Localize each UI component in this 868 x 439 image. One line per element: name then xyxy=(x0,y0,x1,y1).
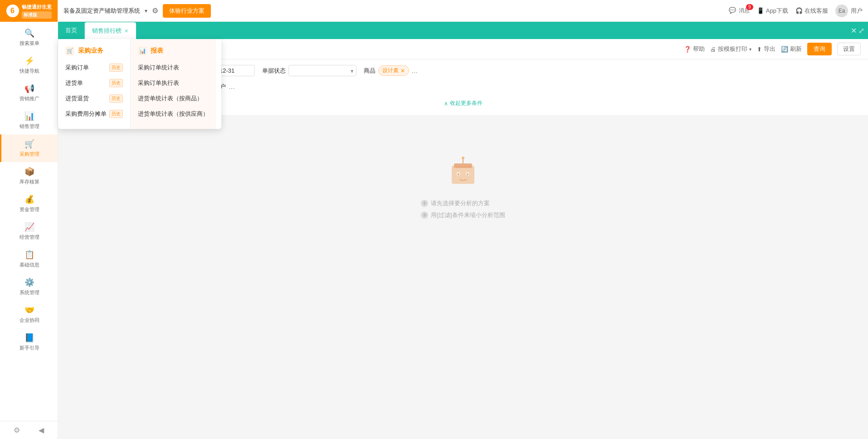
tab-home-label: 首页 xyxy=(65,26,77,35)
app-download-label: App下载 xyxy=(766,7,788,15)
help-button[interactable]: ❓ 帮助 xyxy=(684,45,705,53)
sidebar-item-quicknav[interactable]: ⚡ 快捷导航 xyxy=(0,51,58,79)
empty-state: ① 请先选择要分析的方案 ② 用[过滤]条件来缩小分析范围 xyxy=(58,116,868,257)
sidebar-item-marketing[interactable]: 📢 营销推广 xyxy=(0,79,58,107)
sidebar-item-sales[interactable]: 📊 销售管理 xyxy=(0,107,58,134)
sidebar-item-label: 基础信息 xyxy=(20,261,39,268)
dropdown-item-purchase-order-stats[interactable]: 采购订单统计表 xyxy=(131,60,216,75)
dropdown-item-label: 进货单 xyxy=(65,79,83,87)
tab-close-all-button[interactable]: ✕ xyxy=(851,26,857,35)
tab-sales-rank[interactable]: 销售排行榜 ✕ xyxy=(85,22,136,39)
system-dropdown-button[interactable]: ▾ xyxy=(145,8,147,14)
sidebar-item-basic[interactable]: 📋 基础信息 xyxy=(0,245,58,273)
export-button[interactable]: ⬆ 导出 xyxy=(757,45,775,53)
marketing-icon: 📢 xyxy=(24,84,34,94)
dropdown-item-label: 采购费用分摊单 xyxy=(65,110,107,118)
tab-fullscreen-button[interactable]: ⤢ xyxy=(858,26,864,35)
sales-icon: 📊 xyxy=(24,111,34,121)
sidebar-item-operations[interactable]: 📈 经营管理 xyxy=(0,217,58,245)
tip-num-2: ② xyxy=(421,212,428,219)
empty-illustration xyxy=(440,152,486,188)
guide-icon: 📘 xyxy=(24,333,34,343)
logo-text: 畅捷通好生意 xyxy=(22,4,52,10)
sidebar-item-label: 企业协同 xyxy=(20,317,39,324)
collapse-label: 收起更多条件 xyxy=(450,99,483,107)
search-icon: 🔍 xyxy=(24,28,34,38)
sidebar-item-label: 营销推广 xyxy=(20,95,39,102)
customer-filter-dots[interactable]: ... xyxy=(229,83,234,91)
sidebar-footer: ⚙ ◀ xyxy=(0,421,58,439)
sidebar-item-purchase[interactable]: 🛒 采购管理 xyxy=(0,134,58,162)
voucher-status-select-wrapper: ▾ xyxy=(288,65,356,76)
exp-industry-button[interactable]: 体验行业方案 xyxy=(163,4,211,18)
tip-text-1: 请先选择要分析的方案 xyxy=(431,197,490,209)
tip-text-2: 用[过滤]条件来缩小分析范围 xyxy=(431,209,505,221)
sidebar-item-enterprise[interactable]: 🤝 企业协同 xyxy=(0,301,58,328)
voucher-status-group: 单据状态 ▾ xyxy=(262,65,356,76)
tab-close-icon[interactable]: ✕ xyxy=(124,28,128,34)
message-button[interactable]: 💬 9 消息 xyxy=(729,7,750,15)
purchase-icon: 🛒 xyxy=(24,139,34,149)
svg-rect-0 xyxy=(452,166,474,184)
sidebar: 6 畅捷通好生意 标准版 🔍 搜索菜单 ⚡ 快捷导航 📢 营销推广 📊 销售管理… xyxy=(0,0,58,439)
sidebar-nav: 🔍 搜索菜单 ⚡ 快捷导航 📢 营销推广 📊 销售管理 🛒 采购管理 📦 库存核… xyxy=(0,22,58,421)
help-label: 帮助 xyxy=(693,45,705,53)
tab-home[interactable]: 首页 xyxy=(58,22,85,39)
tab-actions: ✕ ⤢ xyxy=(851,26,868,35)
system-title: 装备及固定资产辅助管理系统 xyxy=(63,7,140,15)
purchase-col-title: 采购业务 xyxy=(78,47,103,55)
sidebar-logo: 6 畅捷通好生意 标准版 xyxy=(0,0,58,22)
dropdown-item-purchase-order[interactable]: 采购订单 历史 xyxy=(58,60,130,75)
sidebar-item-search[interactable]: 🔍 搜索菜单 xyxy=(0,24,58,51)
sidebar-item-guide[interactable]: 📘 新手引导 xyxy=(0,328,58,356)
history-badge: 历史 xyxy=(109,94,123,103)
sidebar-item-label: 库存核算 xyxy=(20,178,39,185)
product-tag[interactable]: 设计素 ✕ xyxy=(378,65,409,76)
svg-point-7 xyxy=(462,157,464,159)
sidebar-collapse-button[interactable]: ◀ xyxy=(39,426,44,434)
dropdown-col-purchase-header: 🛒 采购业务 xyxy=(58,46,130,60)
app-download-button[interactable]: 📱 App下载 xyxy=(757,7,788,15)
sidebar-item-label: 快捷导航 xyxy=(20,68,39,74)
export-label: 导出 xyxy=(764,45,775,53)
sidebar-item-label: 新手引导 xyxy=(20,345,39,351)
print-button[interactable]: 🖨 按模板打印 ▾ xyxy=(710,45,751,53)
query-button[interactable]: 查询 xyxy=(807,43,832,55)
refresh-button[interactable]: 🔄 刷新 xyxy=(781,45,802,53)
online-service-label: 在线客服 xyxy=(805,7,828,15)
topbar-right: 💬 9 消息 📱 App下载 🎧 在线客服 Ea 用户 xyxy=(729,5,863,17)
product-tag-close-icon[interactable]: ✕ xyxy=(400,68,405,74)
settings-button[interactable]: 设置 xyxy=(837,43,861,55)
sidebar-item-label: 采购管理 xyxy=(20,151,39,158)
dropdown-item-goods-stats-supplier[interactable]: 进货单统计表（按供应商） xyxy=(131,106,216,122)
report-col-title: 报表 xyxy=(151,47,163,55)
dropdown-item-goods-return[interactable]: 进货退货 历史 xyxy=(58,91,130,106)
dropdown-col-purchase: 🛒 采购业务 采购订单 历史 进货单 历史 进货退货 历史 采购费用分摊单 历史 xyxy=(58,39,131,129)
dropdown-item-label: 进货退货 xyxy=(65,94,89,103)
product-filter-dots[interactable]: ... xyxy=(412,67,418,75)
sidebar-item-inventory[interactable]: 📦 库存核算 xyxy=(0,162,58,190)
phone-icon: 📱 xyxy=(757,7,764,14)
headset-icon: 🎧 xyxy=(795,7,803,14)
dropdown-item-purchase-expense[interactable]: 采购费用分摊单 历史 xyxy=(58,106,130,122)
tip-num-1: ① xyxy=(421,200,428,207)
dropdown-item-goods-stats-product[interactable]: 进货单统计表（按商品） xyxy=(131,91,216,106)
settings-gear-button[interactable]: ⚙ xyxy=(152,6,158,15)
inventory-icon: 📦 xyxy=(24,167,34,177)
dropdown-item-goods-receipt[interactable]: 进货单 历史 xyxy=(58,75,130,91)
online-service-button[interactable]: 🎧 在线客服 xyxy=(795,7,828,15)
sidebar-item-finance[interactable]: 💰 资金管理 xyxy=(0,190,58,217)
history-badge: 历史 xyxy=(109,79,123,87)
avatar-initial: Ea xyxy=(839,8,845,14)
sidebar-settings-button[interactable]: ⚙ xyxy=(14,426,20,434)
voucher-status-select[interactable] xyxy=(288,65,356,76)
collapse-arrow-icon: ∧ xyxy=(444,100,448,107)
dropdown-item-purchase-order-exec[interactable]: 采购订单执行表 xyxy=(131,75,216,91)
finance-icon: 💰 xyxy=(24,194,34,204)
message-badge: 9 xyxy=(746,4,753,10)
empty-tips: ① 请先选择要分析的方案 ② 用[过滤]条件来缩小分析范围 xyxy=(421,197,505,221)
sidebar-item-system[interactable]: ⚙️ 系统管理 xyxy=(0,273,58,301)
user-menu[interactable]: Ea 用户 xyxy=(835,5,863,17)
svg-point-5 xyxy=(467,173,468,175)
voucher-status-label: 单据状态 xyxy=(262,67,286,75)
